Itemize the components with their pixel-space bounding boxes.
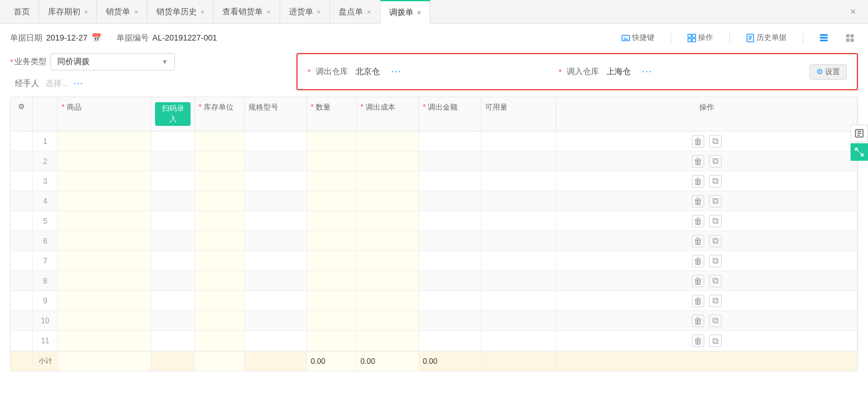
table-row: 1 🗑 ⧉ — [11, 131, 857, 151]
row-spec-1 — [245, 131, 307, 151]
layout-button-1[interactable] — [816, 32, 832, 44]
tab-transfer[interactable]: 调拨单 × — [380, 0, 430, 24]
table-row: 3 🗑 ⧉ — [11, 171, 857, 191]
close-tab-sales-history[interactable]: × — [200, 8, 204, 16]
tab-view-sales[interactable]: 查看销货单 × — [214, 0, 280, 24]
delete-icon[interactable]: 🗑 — [692, 275, 704, 287]
main-table: ⚙ * 商品 扫码录入 * 库存单位 规格型号 * 数量 * 调出成本 — [10, 97, 858, 371]
header-row: 单据日期 2019-12-27 📅 单据编号 AL-20191227-001 快… — [10, 31, 858, 44]
shortcut-button[interactable]: 快捷键 — [618, 31, 658, 44]
close-tab-transfer[interactable]: × — [417, 9, 421, 16]
transfer-out-value[interactable]: 北京仓 — [356, 66, 380, 77]
sidebar-list-icon[interactable] — [851, 125, 868, 142]
copy-icon[interactable]: ⧉ — [709, 255, 722, 267]
handler-label: 经手人 — [15, 78, 39, 89]
history-button[interactable]: 历史单据 — [742, 31, 790, 44]
date-value[interactable]: 2019-12-27 — [46, 33, 88, 42]
toolbar-right: 快捷键 操作 历史单据 — [618, 31, 858, 44]
close-tab-inventory-check[interactable]: × — [367, 8, 370, 16]
th-gear[interactable]: ⚙ — [11, 97, 33, 131]
handler-input[interactable]: 选择... — [45, 78, 68, 89]
transfer-out-dots-button[interactable]: ··· — [391, 66, 401, 77]
delete-icon[interactable]: 🗑 — [692, 235, 704, 247]
copy-icon[interactable]: ⧉ — [709, 215, 722, 227]
delete-icon[interactable]: 🗑 — [692, 195, 704, 207]
delete-icon[interactable]: 🗑 — [692, 135, 704, 148]
copy-icon[interactable]: ⧉ — [709, 315, 722, 327]
th-scan: 扫码录入 — [151, 97, 195, 131]
copy-icon[interactable]: ⧉ — [709, 295, 722, 307]
table-row: 6 🗑 ⧉ — [11, 231, 857, 251]
transfer-out-field: * 调出仓库 北京仓 ··· — [308, 66, 401, 77]
window-close-button[interactable]: × — [843, 0, 863, 24]
table-row: 4 🗑 ⧉ — [11, 191, 857, 211]
close-tab-sales-order[interactable]: × — [134, 8, 138, 16]
th-amount: * 调出金额 — [419, 97, 481, 131]
delete-icon[interactable]: 🗑 — [692, 155, 704, 168]
subtotal-amount: 0.00 — [419, 351, 481, 371]
table-row: 5 🗑 ⧉ — [11, 211, 857, 231]
svg-rect-6 — [820, 34, 828, 36]
svg-rect-7 — [820, 37, 828, 39]
transfer-in-value[interactable]: 上海仓 — [606, 66, 631, 77]
business-type-required: * — [10, 57, 13, 67]
svg-rect-3 — [688, 38, 691, 41]
row-scan-1 — [151, 131, 195, 151]
svg-rect-0 — [622, 35, 630, 40]
subtotal-row: 小计 0.00 0.00 0.00 — [11, 351, 857, 371]
copy-icon[interactable]: ⧉ — [709, 135, 722, 148]
tab-purchase-order[interactable]: 进货单 × — [280, 0, 330, 24]
settings-button[interactable]: ⚙ 设置 — [809, 64, 847, 80]
business-type-value: 同价调拨 — [57, 56, 90, 67]
handler-dots-button[interactable]: ··· — [73, 78, 83, 89]
close-tab-inventory-init[interactable]: × — [84, 8, 88, 16]
table-row: 9 🗑 ⧉ — [11, 291, 857, 311]
copy-icon[interactable]: ⧉ — [709, 155, 722, 168]
svg-rect-2 — [692, 34, 696, 37]
copy-icon[interactable]: ⧉ — [709, 235, 722, 247]
tab-bar: 首页 库存期初 × 销货单 × 销货单历史 × 查看销货单 × 进货单 × 盘点… — [0, 0, 868, 24]
th-qty: * 数量 — [307, 97, 357, 131]
row-unit-1[interactable] — [195, 131, 245, 151]
sidebar-expand-icon[interactable] — [851, 143, 868, 161]
transfer-in-dots-button[interactable]: ··· — [642, 66, 652, 77]
operations-button[interactable]: 操作 — [684, 31, 717, 44]
business-type-select[interactable]: 同价调拨 ▼ — [50, 53, 175, 70]
tab-home[interactable]: 首页 — [5, 0, 39, 24]
delete-icon[interactable]: 🗑 — [692, 315, 704, 327]
transfer-in-required: * — [559, 67, 562, 77]
transfer-warehouse-box: * 调出仓库 北京仓 ··· * 调入仓库 上海仓 ··· ⚙ 设置 — [296, 53, 858, 90]
tab-sales-history[interactable]: 销货单历史 × — [148, 0, 214, 24]
number-label: 单据编号 — [116, 32, 149, 44]
close-tab-view-sales[interactable]: × — [267, 8, 270, 16]
main-content: 单据日期 2019-12-27 📅 单据编号 AL-20191227-001 快… — [0, 24, 868, 379]
copy-icon[interactable]: ⧉ — [709, 195, 722, 207]
svg-rect-4 — [692, 38, 696, 41]
delete-icon[interactable]: 🗑 — [692, 295, 704, 307]
row-cost-1[interactable] — [357, 131, 419, 151]
copy-icon[interactable]: ⧉ — [709, 275, 722, 287]
row-qty-1[interactable] — [307, 131, 357, 151]
tab-sales-order[interactable]: 销货单 × — [97, 0, 147, 24]
gear-icon: ⚙ — [816, 67, 823, 76]
scan-button[interactable]: 扫码录入 — [155, 102, 191, 126]
calendar-icon[interactable]: 📅 — [92, 33, 101, 42]
copy-icon[interactable]: ⧉ — [709, 175, 722, 188]
table-row: 8 🗑 ⧉ — [11, 271, 857, 291]
tab-inventory-check[interactable]: 盘点单 × — [330, 0, 380, 24]
layout-button-2[interactable] — [842, 32, 858, 44]
date-field-group: 单据日期 2019-12-27 📅 — [10, 32, 101, 44]
delete-icon[interactable]: 🗑 — [692, 255, 704, 267]
row-product-1[interactable] — [58, 131, 151, 151]
svg-rect-12 — [851, 38, 854, 41]
copy-icon[interactable]: ⧉ — [709, 335, 722, 347]
tab-inventory-init[interactable]: 库存期初 × — [39, 0, 97, 24]
close-tab-purchase-order[interactable]: × — [317, 8, 321, 16]
handler-field: 经手人 选择... ··· — [10, 78, 284, 89]
delete-icon[interactable]: 🗑 — [692, 215, 704, 227]
delete-icon[interactable]: 🗑 — [692, 175, 704, 188]
svg-rect-8 — [820, 39, 828, 41]
number-value: AL-20191227-001 — [153, 33, 217, 42]
right-sidebar — [851, 125, 868, 161]
delete-icon[interactable]: 🗑 — [692, 335, 704, 347]
